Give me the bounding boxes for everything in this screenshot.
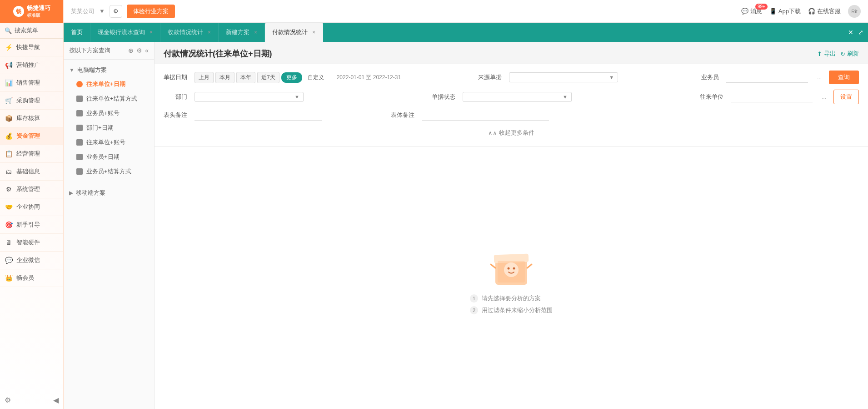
sidebar-item-weixin[interactable]: 💬 企业微信 (0, 252, 63, 269)
hint-text-2: 用过滤条件来缩小分析范围 (482, 306, 553, 314)
header-note-input[interactable] (195, 110, 322, 121)
settings-icon[interactable]: ⚙ (110, 5, 122, 18)
sidebar-item-finance[interactable]: 💰 资金管理 (0, 127, 63, 145)
sidebar-item-enterprise[interactable]: 🤝 企业协同 (0, 198, 63, 216)
scheme-item-dept-date[interactable]: 部门+日期 (64, 121, 154, 135)
mobile-scheme-title[interactable]: ▶ 移动端方案 (64, 186, 154, 200)
date-btn-more[interactable]: 更多 (281, 72, 302, 83)
staff-account-icon (76, 110, 83, 116)
finance-label: 资金管理 (16, 132, 40, 140)
new-plan-tab-close[interactable]: × (254, 30, 257, 35)
purchase-icon: 🛒 (5, 96, 13, 105)
scheme-item-partner-account[interactable]: 往来单位+账号 (64, 135, 154, 150)
settings-button[interactable]: 设置 (833, 90, 859, 104)
finance-icon: 💰 (5, 132, 13, 140)
doc-status-select[interactable]: ▼ (463, 92, 572, 102)
date-btn-7days[interactable]: 近7天 (257, 72, 279, 83)
export-icon: ⬆ (817, 50, 822, 57)
dept-select[interactable]: ▼ (195, 92, 304, 102)
staff-settle-icon (76, 168, 83, 175)
bottom-settings-icon[interactable]: ⚙ (5, 396, 11, 404)
collapse-more-btn[interactable]: ∧∧ 收起更多条件 (164, 126, 859, 140)
staff-account-label: 业务员+账号 (86, 109, 120, 117)
empty-hint-1: 1 请先选择要分析的方案 (470, 294, 553, 303)
sidebar-item-purchase[interactable]: 🛒 采购管理 (0, 92, 63, 110)
payment-tab-label: 付款情况统计 (272, 28, 308, 36)
page-title: 付款情况统计(往来单位+日期) (164, 48, 272, 59)
collapse-arrow-icon: ∧∧ (488, 130, 497, 136)
weixin-label: 企业微信 (16, 256, 40, 264)
query-button[interactable]: 查询 (829, 71, 859, 84)
message-action[interactable]: 💬 消息 99+ (741, 7, 762, 15)
date-range-text: 2022-01-01 至 2022-12-31 (337, 74, 401, 81)
topbar-logo-area: 某某公司 (71, 7, 95, 15)
main-area: 某某公司 ▼ ⚙ 体验行业方案 💬 消息 99+ 📱 App下载 🎧 在线客服 … (64, 0, 868, 409)
pc-scheme-title[interactable]: ▼ 电脑端方案 (64, 63, 154, 77)
online-service-action[interactable]: 🎧 在线客服 (808, 7, 841, 15)
tab-receipt[interactable]: 收款情况统计 × (160, 23, 219, 42)
sidebar-item-inventory[interactable]: 📦 库存核算 (0, 110, 63, 127)
partner-account-icon (76, 139, 83, 146)
app-label: App下载 (778, 7, 801, 15)
empty-state: 1 请先选择要分析的方案 2 用过滤条件来缩小分析范围 (470, 242, 553, 314)
bank-tab-close[interactable]: × (150, 30, 153, 35)
refresh-button[interactable]: ↻ 刷新 (840, 50, 859, 58)
tab-home[interactable]: 首页 (64, 23, 90, 42)
operations-icon: 📋 (5, 150, 13, 158)
svg-point-5 (513, 267, 515, 269)
tab-close-all-icon[interactable]: ✕ (848, 29, 853, 36)
date-btn-custom[interactable]: 自定义 (304, 72, 328, 83)
svg-point-3 (504, 263, 519, 277)
app-download-action[interactable]: 📱 App下载 (769, 7, 801, 15)
staff-input[interactable] (726, 72, 808, 83)
tab-new-plan[interactable]: 新建方案 × (219, 23, 265, 42)
date-btn-last-month[interactable]: 上月 (195, 72, 214, 83)
sidebar-item-operations[interactable]: 📋 经营管理 (0, 145, 63, 163)
pc-section-label: 电脑端方案 (77, 66, 107, 74)
receipt-tab-close[interactable]: × (208, 30, 211, 35)
add-scheme-icon[interactable]: ⊕ (128, 47, 134, 54)
sidebar-item-system[interactable]: ⚙ 系统管理 (0, 181, 63, 198)
tab-bar: 首页 现金银行流水查询 × 收款情况统计 × 新建方案 × 付款情况统计 × ✕… (64, 23, 868, 42)
source-select[interactable]: ▼ (509, 72, 618, 82)
newbie-label: 新手引导 (16, 221, 40, 229)
body-note-input[interactable] (422, 110, 549, 121)
logo-icon: 畅 (13, 6, 24, 17)
staff-filter-label: 业务员 (695, 73, 719, 81)
user-avatar[interactable]: Rit (848, 5, 861, 18)
scheme-item-staff-date[interactable]: 业务员+日期 (64, 150, 154, 164)
tab-bank[interactable]: 现金银行流水查询 × (90, 23, 160, 42)
payment-tab-close[interactable]: × (312, 30, 315, 35)
scheme-item-partner-settle[interactable]: 往来单位+结算方式 (64, 91, 154, 106)
sidebar-item-hardware[interactable]: 🖥 智能硬件 (0, 234, 63, 252)
sidebar-item-sales[interactable]: 📊 销售管理 (0, 74, 63, 92)
sidebar-item-marketing[interactable]: 📢 营销推广 (0, 56, 63, 74)
trial-button[interactable]: 体验行业方案 (127, 5, 175, 18)
mobile-expand-arrow: ▶ (69, 190, 73, 196)
scheme-item-partner-date[interactable]: 往来单位+日期 (64, 77, 154, 91)
date-buttons: 上月 本月 本年 近7天 更多 自定义 (195, 72, 328, 83)
scheme-collapse-icon[interactable]: « (145, 47, 149, 54)
date-btn-this-month[interactable]: 本月 (215, 72, 234, 83)
enterprise-icon: 🤝 (5, 203, 13, 211)
scheme-item-staff-account[interactable]: 业务员+账号 (64, 106, 154, 121)
sidebar-search[interactable]: 🔍 搜索菜单 (0, 23, 63, 39)
partner-input[interactable] (731, 91, 813, 102)
sidebar-item-quick-nav[interactable]: ⚡ 快捷导航 (0, 39, 63, 56)
search-label: 搜索菜单 (15, 26, 38, 35)
bottom-collapse-icon[interactable]: ◀ (53, 396, 59, 404)
sidebar-item-newbie[interactable]: 🎯 新手引导 (0, 216, 63, 234)
new-plan-tab-label: 新建方案 (226, 28, 249, 36)
expand-icon[interactable]: ▼ (99, 8, 105, 15)
tab-maximize-icon[interactable]: ⤢ (858, 29, 863, 36)
hardware-label: 智能硬件 (16, 238, 40, 247)
export-button[interactable]: ⬆ 导出 (817, 50, 836, 58)
date-btn-this-year[interactable]: 本年 (236, 72, 255, 83)
sidebar-item-basic-info[interactable]: 🗂 基础信息 (0, 163, 63, 181)
pc-scheme-section: ▼ 电脑端方案 往来单位+日期 往来单位+结算方式 业务员+账号 (64, 60, 154, 182)
scheme-settings-icon[interactable]: ⚙ (136, 47, 142, 54)
scheme-item-staff-settle[interactable]: 业务员+结算方式 (64, 164, 154, 179)
tab-payment[interactable]: 付款情况统计 × (265, 23, 323, 42)
inventory-icon: 📦 (5, 114, 13, 122)
sidebar-item-member[interactable]: 👑 畅会员 (0, 269, 63, 287)
